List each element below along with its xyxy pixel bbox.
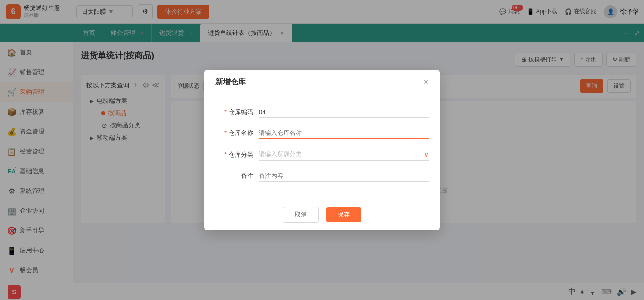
select-category-placeholder: 请输入所属分类 xyxy=(259,150,302,158)
modal-title: 新增仓库 xyxy=(215,77,246,87)
cancel-button[interactable]: 取消 xyxy=(283,207,319,223)
form-row-remark: 备注 xyxy=(215,170,429,182)
form-row-code: 仓库编码 xyxy=(215,107,429,118)
label-name: 仓库名称 xyxy=(215,129,253,137)
modal-body: 仓库编码 仓库名称 仓库分类 请输入所属分类 ∨ 备注 xyxy=(204,95,440,199)
label-category: 仓库分类 xyxy=(215,150,253,159)
input-warehouse-name[interactable] xyxy=(259,127,429,139)
modal-header: 新增仓库 × xyxy=(204,70,440,95)
form-row-name: 仓库名称 xyxy=(215,127,429,139)
select-warehouse-category[interactable]: 请输入所属分类 ∨ xyxy=(259,148,429,161)
modal-new-warehouse: 新增仓库 × 仓库编码 仓库名称 仓库分类 请输入所属分类 ∨ xyxy=(204,70,440,230)
modal-overlay: 新增仓库 × 仓库编码 仓库名称 仓库分类 请输入所属分类 ∨ xyxy=(0,0,644,300)
input-warehouse-code[interactable] xyxy=(259,107,429,118)
label-remark: 备注 xyxy=(215,172,253,180)
label-code: 仓库编码 xyxy=(215,108,253,117)
form-row-category: 仓库分类 请输入所属分类 ∨ xyxy=(215,148,429,161)
modal-close-icon[interactable]: × xyxy=(423,77,429,87)
save-button[interactable]: 保存 xyxy=(326,207,361,222)
select-category-arrow-icon: ∨ xyxy=(424,150,429,158)
modal-footer: 取消 保存 xyxy=(204,199,440,230)
input-remark[interactable] xyxy=(259,170,429,182)
